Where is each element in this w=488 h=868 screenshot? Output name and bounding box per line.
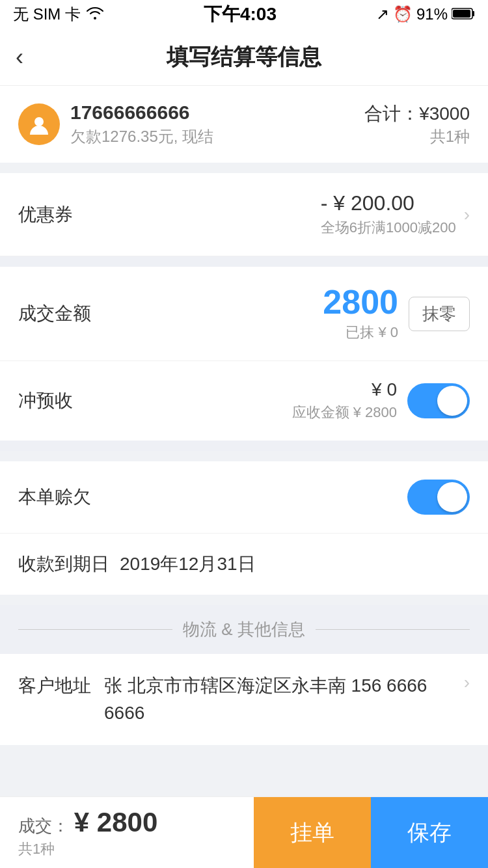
- logistics-divider: 物流 & 其他信息: [0, 605, 488, 654]
- debts-label: 本单赊欠: [18, 485, 91, 509]
- battery-percent: 91%: [416, 5, 448, 23]
- save-button[interactable]: 保存: [371, 797, 488, 869]
- bottom-deal-label: 成交：: [18, 816, 69, 835]
- svg-rect-1: [472, 11, 474, 16]
- main-content: 17666666666 欠款1276.35元, 现结 合计：¥3000 共1种 …: [0, 86, 488, 823]
- chevron-right-icon: ›: [464, 204, 470, 225]
- address-chevron-icon: ›: [464, 672, 470, 693]
- coupon-row[interactable]: 优惠券 - ¥ 200.00 全场6折满1000减200 ›: [0, 173, 488, 256]
- status-time: 下午4:03: [204, 2, 277, 27]
- transaction-section: 成交金额 2800 已抹 ¥ 0 抹零: [0, 267, 488, 360]
- customer-phone: 17666666666: [70, 102, 213, 124]
- prepay-label: 冲预收: [18, 388, 73, 413]
- prepay-toggle[interactable]: [407, 383, 470, 418]
- wifi-icon: [86, 5, 104, 23]
- avatar: [18, 103, 60, 145]
- section-divider-1: [0, 256, 488, 267]
- total-amount: 合计：¥3000: [364, 102, 470, 126]
- transaction-amount: 2800: [323, 285, 398, 319]
- total-count: 共1种: [364, 126, 470, 147]
- hold-button[interactable]: 挂单: [254, 797, 371, 869]
- prepay-row: 冲预收 ¥ 0 应收金额 ¥ 2800: [0, 360, 488, 441]
- status-right: ↗ ⏰ 91%: [376, 5, 475, 23]
- bottom-count: 共1种: [18, 839, 236, 859]
- duedate-label: 收款到期日: [18, 552, 109, 576]
- status-bar: 无 SIM 卡 下午4:03 ↗ ⏰ 91%: [0, 0, 488, 29]
- bottom-deal-amount: ¥ 2800: [74, 807, 157, 837]
- page-title: 填写结算等信息: [167, 42, 321, 72]
- status-left: 无 SIM 卡: [13, 4, 104, 25]
- bottom-summary: 成交： ¥ 2800 共1种: [0, 807, 254, 859]
- address-row[interactable]: 客户地址 张 北京市市辖区海淀区永丰南 156 6666 6666 ›: [0, 654, 488, 745]
- divider-line-left: [18, 629, 172, 630]
- bottom-bar: 成交： ¥ 2800 共1种 挂单 保存: [0, 796, 488, 868]
- duedate-row: 收款到期日 2019年12月31日: [0, 533, 488, 595]
- coupon-desc: 全场6折满1000减200: [321, 218, 456, 237]
- svg-rect-2: [453, 10, 470, 18]
- prepay-sub: 应收金额 ¥ 2800: [292, 403, 397, 422]
- coupon-label: 优惠券: [18, 202, 73, 227]
- section-divider-2: [0, 441, 488, 451]
- transaction-label: 成交金额: [18, 301, 91, 326]
- svg-point-3: [34, 117, 44, 126]
- nav-bar: ‹ 填写结算等信息: [0, 29, 488, 86]
- debts-toggle[interactable]: [407, 480, 470, 515]
- back-button[interactable]: ‹: [16, 44, 23, 71]
- coupon-amount: - ¥ 200.00: [321, 191, 456, 215]
- logistics-title: 物流 & 其他信息: [183, 618, 305, 641]
- customer-debt: 欠款1276.35元, 现结: [70, 126, 213, 147]
- battery-icon: [452, 5, 475, 23]
- transaction-sub: 已抹 ¥ 0: [323, 323, 398, 342]
- duedate-value: 2019年12月31日: [120, 552, 256, 576]
- divider-line-right: [316, 629, 470, 630]
- sim-status: 无 SIM 卡: [13, 4, 81, 25]
- debts-row: 本单赊欠: [0, 461, 488, 533]
- location-icon: ↗: [376, 5, 389, 23]
- prepay-amount: ¥ 0: [292, 379, 397, 400]
- alarm-icon: ⏰: [393, 5, 413, 23]
- address-label: 客户地址: [18, 672, 91, 698]
- round-button[interactable]: 抹零: [409, 297, 470, 331]
- address-value: 张 北京市市辖区海淀区永丰南 156 6666 6666: [104, 672, 464, 727]
- customer-card: 17666666666 欠款1276.35元, 现结 合计：¥3000 共1种: [0, 86, 488, 163]
